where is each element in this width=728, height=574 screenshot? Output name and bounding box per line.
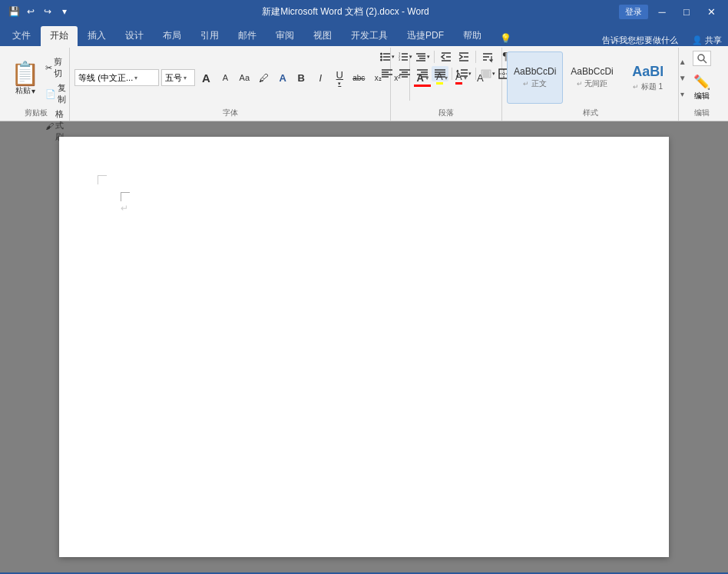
align-left-button[interactable] [379, 66, 395, 81]
svg-line-53 [703, 60, 706, 63]
paragraph-mark: ↵ [121, 203, 130, 214]
style-normal-name: ↵ 正文 [523, 78, 547, 89]
maximize-button[interactable]: □ [676, 4, 697, 19]
quick-access: 💾 ↩ ↪ ▾ [6, 4, 72, 19]
paste-label: 粘贴▾ [15, 85, 35, 96]
svg-point-4 [380, 56, 382, 58]
tab-view[interactable]: 视图 [304, 26, 341, 46]
no-spacing-indicator: ↵ [577, 80, 585, 88]
editing-group-label: 编辑 [683, 106, 720, 121]
clipboard-content: 📋 粘贴▾ ✂ 剪切 📄 复制 [8, 49, 65, 106]
tab-file[interactable]: 文件 [3, 26, 40, 46]
bullets-button[interactable]: ▾ [379, 49, 395, 65]
tab-layout[interactable]: 布局 [154, 26, 190, 46]
decrease-indent-button[interactable] [438, 49, 455, 65]
svg-point-52 [698, 55, 704, 61]
editing-content: ✏️ 编辑 [683, 49, 720, 106]
paragraph-group-label: 段落 [395, 106, 497, 121]
minimize-button[interactable]: ─ [651, 4, 673, 19]
copy-icon: 📄 [45, 89, 56, 99]
styles-group-label: 样式 [507, 106, 673, 121]
undo-quick-btn[interactable]: ↩ [23, 4, 38, 19]
font-group: 等线 (中文正... ▾ 五号 ▾ A A Aa 🖊 A B I [70, 48, 391, 121]
copy-button[interactable]: 📄 复制 [42, 81, 69, 106]
styles-container: AaBbCcDi ↵ 正文 AaBbCcDi ↵ 无间距 [507, 51, 689, 104]
multilevel-list-button[interactable]: ▾ [414, 49, 431, 65]
para-sep2 [475, 51, 476, 63]
numbering-button[interactable]: 123 ▾ [396, 49, 413, 65]
ribbon-content: 📋 粘贴▾ ✂ 剪切 📄 复制 [0, 46, 728, 121]
document-page[interactable]: ↵ [59, 137, 669, 557]
share-label: 共享 [705, 35, 722, 46]
font-size-dropdown-arrow: ▾ [184, 75, 187, 81]
window-title: 新建Microsoft Word 文档 (2).docx - Word [262, 6, 429, 17]
cut-icon: ✂ [45, 63, 52, 73]
edit-button[interactable]: ✏️ 编辑 [679, 71, 725, 105]
svg-point-3 [380, 53, 382, 55]
redo-quick-btn[interactable]: ↪ [40, 4, 55, 19]
close-button[interactable]: ✕ [700, 4, 722, 19]
clipboard-group: 📋 粘贴▾ ✂ 剪切 📄 复制 [3, 48, 70, 121]
heading1-indicator: ↵ [633, 83, 641, 91]
change-case-button[interactable]: Aa [236, 69, 253, 86]
paste-icon: 📋 [11, 62, 39, 85]
tell-me[interactable]: 告诉我您想要做什么 [594, 35, 686, 46]
tab-help[interactable]: 帮助 [454, 26, 491, 46]
help-icon[interactable]: 💡 [498, 31, 513, 46]
para-row1: ▾ 123 ▾ ▾ [379, 49, 514, 65]
save-quick-btn[interactable]: 💾 [6, 4, 22, 19]
edit-icon: ✏️ [693, 74, 710, 91]
highlight-button[interactable]: A ▾ [433, 69, 450, 86]
tab-design[interactable]: 设计 [116, 26, 153, 46]
underline-button[interactable]: U ▾ [331, 69, 348, 86]
style-heading1[interactable]: AaBl ↵ 标题 1 [621, 51, 675, 104]
bold-button[interactable]: B [293, 69, 309, 86]
paste-button[interactable]: 📋 粘贴▾ [8, 52, 42, 106]
para-sep4 [475, 68, 476, 80]
style-heading1-name: ↵ 标题 1 [633, 81, 663, 92]
sort-button[interactable] [479, 49, 496, 65]
search-box[interactable] [693, 51, 711, 66]
search-icon [697, 53, 707, 64]
tab-insert[interactable]: 插入 [78, 26, 115, 46]
text-effect-button[interactable]: A [274, 69, 291, 86]
document-area[interactable]: ↵ [0, 121, 728, 572]
italic-button[interactable]: I [312, 69, 329, 86]
tab-references[interactable]: 引用 [191, 26, 228, 46]
cut-button[interactable]: ✂ 剪切 [42, 55, 69, 80]
shading-button[interactable]: ▾ [479, 66, 496, 81]
style-no-spacing-name: ↵ 无间距 [577, 78, 608, 89]
customize-quick-btn[interactable]: ▾ [57, 4, 72, 19]
font-color-button[interactable]: A ▾ [452, 69, 469, 86]
style-no-spacing[interactable]: AaBbCcDi ↵ 无间距 [564, 51, 619, 104]
ribbon: 文件 开始 插入 设计 布局 引用 邮件 审阅 视图 开发工具 迅捷PDF 帮助… [0, 23, 728, 121]
font-size-selector[interactable]: 五号 ▾ [161, 69, 195, 86]
tab-pdf[interactable]: 迅捷PDF [398, 26, 453, 46]
tab-mailings[interactable]: 邮件 [229, 26, 266, 46]
format-painter-icon: 🖌 [45, 121, 54, 131]
font-group-label: 字体 [74, 106, 386, 121]
para-sep1 [434, 51, 435, 63]
tab-developer[interactable]: 开发工具 [342, 26, 397, 46]
clear-format-button[interactable]: 🖊 [255, 69, 272, 86]
title-bar-left: 💾 ↩ ↪ ▾ [6, 4, 72, 19]
text-cursor-mark [121, 192, 130, 201]
tab-review[interactable]: 审阅 [266, 26, 303, 46]
normal-indicator: ↵ [523, 80, 531, 88]
grow-font-button[interactable]: A [197, 69, 214, 86]
title-bar-center: 新建Microsoft Word 文档 (2).docx - Word [72, 5, 619, 18]
shrink-font-button[interactable]: A [217, 69, 233, 86]
text-color-button[interactable]: A ▾ [414, 69, 431, 86]
align-center-button[interactable] [396, 66, 413, 81]
style-normal[interactable]: AaBbCcDi ↵ 正文 [507, 51, 563, 104]
tab-home[interactable]: 开始 [41, 26, 78, 46]
strikethrough-button[interactable]: abc [350, 69, 367, 86]
title-bar: 💾 ↩ ↪ ▾ 新建Microsoft Word 文档 (2).docx - W… [0, 0, 728, 23]
login-button[interactable]: 登录 [619, 5, 648, 19]
page-corner-tl [98, 175, 107, 184]
increase-indent-button[interactable] [455, 49, 472, 65]
font-name-selector[interactable]: 等线 (中文正... ▾ [74, 69, 159, 86]
share-btn[interactable]: 👤 共享 [686, 35, 728, 46]
title-bar-right: 登录 ─ □ ✕ [619, 4, 722, 19]
edit-label: 编辑 [694, 91, 710, 101]
